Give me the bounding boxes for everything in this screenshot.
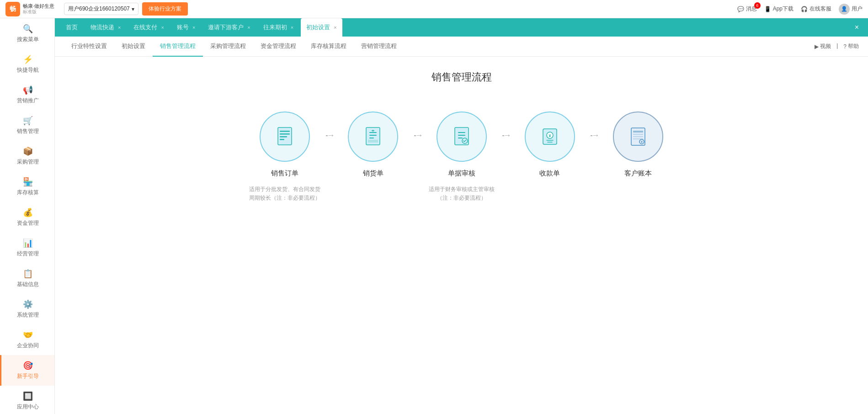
sidebar-item-operations[interactable]: 📊 经营管理 [0, 233, 54, 263]
target-icon: 🎯 [23, 361, 33, 371]
sidebar-label-system: 系统管理 [17, 311, 39, 319]
tab-invite[interactable]: 邀请下游客户 × [202, 18, 256, 37]
sub-tab-industry[interactable]: 行业特性设置 [64, 37, 114, 57]
tab-account-close[interactable]: × [192, 25, 195, 30]
sidebar-item-appcenter[interactable]: 🔲 应用中心 [0, 386, 54, 414]
sub-tab-finance-flow[interactable]: 资金管理流程 [253, 37, 304, 57]
tab-invite-label: 邀请下游客户 [208, 23, 244, 32]
play-icon: ▶ [815, 43, 819, 50]
gear-icon: ⚙️ [23, 299, 33, 309]
svg-rect-3 [280, 136, 287, 138]
sub-tab-actions: ▶ 视频 | ? 帮助 [815, 42, 859, 50]
page-content: 行业特性设置 初始设置 销售管理流程 采购管理流程 资金管理流程 库存核算流程 [55, 37, 868, 414]
sub-tabs: 行业特性设置 初始设置 销售管理流程 采购管理流程 资金管理流程 库存核算流程 [55, 37, 868, 57]
tab-initial-settings[interactable]: 初始设置 × [301, 18, 342, 37]
step-name-sales-order: 销售订单 [271, 169, 298, 178]
svg-rect-13 [633, 131, 643, 133]
user-selector-label: 用户690企业1660120507 [68, 5, 130, 13]
video-label: 视频 [820, 42, 831, 50]
tab-payment-close[interactable]: × [161, 25, 164, 30]
tab-period[interactable]: 往来期初 × [258, 18, 299, 37]
logo-line2: 标准版 [23, 9, 54, 15]
sidebar-label-enterprise: 企业协同 [17, 342, 39, 350]
sidebar-item-purchase[interactable]: 📦 采购管理 [0, 141, 54, 171]
step-desc-audit: 适用于财务审核或主管审核（注：非必要流程） [425, 185, 498, 202]
tab-account[interactable]: 账号 × [171, 18, 201, 37]
sidebar-label-appcenter: 应用中心 [17, 403, 39, 411]
app-label: App下载 [773, 5, 793, 13]
logo-area: 畅 畅康·做好生意 标准版 [5, 2, 60, 16]
sidebar-item-search[interactable]: 🔍 搜索菜单 [0, 18, 54, 49]
user-profile-action[interactable]: 👤 用户 [839, 4, 863, 15]
sub-tab-inventory-flow-label: 库存核算流程 [311, 42, 346, 49]
tab-period-close[interactable]: × [291, 25, 293, 30]
customer-service-action[interactable]: 🎧 在线客服 [801, 5, 831, 13]
flow-arrow-2: ···→ [410, 131, 425, 140]
sub-tab-sales-flow-label: 销售管理流程 [160, 42, 196, 49]
sub-tab-purchase-flow[interactable]: 采购管理流程 [203, 37, 253, 57]
flow-circle-invoice[interactable] [348, 111, 398, 162]
flow-arrow-1: ···→ [321, 131, 336, 140]
main-container: 🔍 搜索菜单 ⚡ 快捷导航 📢 营销推广 🛒 销售管理 📦 采购管理 🏪 库存核… [0, 18, 868, 414]
sidebar-item-inventory[interactable]: 🏪 库存核算 [0, 171, 54, 202]
tab-logistics[interactable]: 物流快递 × [85, 18, 126, 37]
sidebar-item-basic[interactable]: 📋 基础信息 [0, 263, 54, 294]
sidebar-label-operations: 经营管理 [17, 250, 39, 258]
step-name-receipt: 收款单 [539, 169, 560, 178]
sidebar-item-system[interactable]: ⚙️ 系统管理 [0, 294, 54, 324]
help-label: 帮助 [848, 42, 859, 50]
sidebar-item-quicknav[interactable]: ⚡ 快捷导航 [0, 49, 54, 80]
svg-text:¥: ¥ [548, 133, 551, 138]
tab-logistics-close[interactable]: × [118, 25, 121, 30]
tab-initial-settings-close[interactable]: × [334, 25, 336, 30]
flow-arrow-4: ···→ [586, 131, 602, 140]
search-icon: 🔍 [23, 24, 33, 34]
sidebar-item-finance[interactable]: 💰 资金管理 [0, 202, 54, 233]
tab-invite-close[interactable]: × [247, 25, 250, 30]
avatar: 👤 [839, 4, 850, 15]
message-badge: 6 [754, 2, 761, 9]
sub-tab-marketing-flow[interactable]: 营销管理流程 [354, 37, 404, 57]
tab-account-label: 账号 [177, 23, 189, 32]
svg-rect-1 [280, 131, 290, 132]
user-selector[interactable]: 用户690企业1660120507 ▾ [64, 3, 138, 15]
sub-tab-inventory-flow[interactable]: 库存核算流程 [304, 37, 354, 57]
sidebar-item-sales[interactable]: 🛒 销售管理 [0, 110, 54, 141]
chevron-down-icon: ▾ [132, 6, 134, 12]
flow-circle-sales-order[interactable] [260, 111, 310, 162]
sub-tab-sales-flow[interactable]: 销售管理流程 [153, 37, 203, 57]
flow-circle-audit[interactable] [437, 111, 487, 162]
top-bar-left: 畅 畅康·做好生意 标准版 用户690企业1660120507 ▾ 体验行业方案 [5, 2, 188, 16]
top-bar: 畅 畅康·做好生意 标准版 用户690企业1660120507 ▾ 体验行业方案… [0, 0, 868, 18]
sub-tab-initial[interactable]: 初始设置 [114, 37, 153, 57]
sidebar-item-marketing[interactable]: 📢 营销推广 [0, 80, 54, 110]
sidebar-label-purchase: 采购管理 [17, 158, 39, 166]
flow-step-audit: 单据审核 适用于财务审核或主管审核（注：非必要流程） [425, 111, 498, 202]
tab-payment[interactable]: 在线支付 × [128, 18, 169, 37]
trial-button[interactable]: 体验行业方案 [142, 2, 188, 16]
app-download-action[interactable]: 📱 App下载 [764, 5, 793, 13]
flow-circle-ledger[interactable]: ¥ [613, 111, 663, 162]
nav-close-btn[interactable]: × [851, 23, 863, 32]
step-desc-sales-order: 适用于分批发货、有合同发货周期较长（注：非必要流程） [248, 185, 321, 202]
video-action[interactable]: ▶ 视频 [815, 42, 831, 50]
sidebar-item-guide[interactable]: 🎯 新手引导 [0, 355, 54, 386]
chart-icon: 📊 [23, 238, 33, 248]
sub-tab-initial-label: 初始设置 [122, 42, 145, 49]
flow-circle-receipt[interactable]: ¥ [525, 111, 575, 162]
sub-tab-industry-label: 行业特性设置 [71, 42, 107, 49]
flow-container: 销售管理流程 销售订单 [55, 57, 868, 216]
box-icon: 📦 [23, 146, 33, 156]
tab-home[interactable]: 首页 [60, 18, 83, 37]
step-name-ledger: 客户账本 [624, 169, 652, 178]
content-area: 首页 物流快递 × 在线支付 × 账号 × 邀请下游客户 × 往来期初 × [55, 18, 868, 414]
sidebar-item-enterprise[interactable]: 🤝 企业协同 [0, 324, 54, 355]
message-action[interactable]: 💬 消息 6 [737, 5, 757, 13]
cart-icon: 🛒 [23, 116, 33, 126]
sub-tab-marketing-flow-label: 营销管理流程 [361, 42, 397, 49]
tab-payment-label: 在线支付 [133, 23, 157, 32]
help-action[interactable]: ? 帮助 [843, 42, 859, 50]
sidebar-label-guide: 新手引导 [17, 372, 39, 380]
sidebar-label-finance: 资金管理 [17, 219, 39, 227]
tab-home-label: 首页 [66, 23, 78, 32]
